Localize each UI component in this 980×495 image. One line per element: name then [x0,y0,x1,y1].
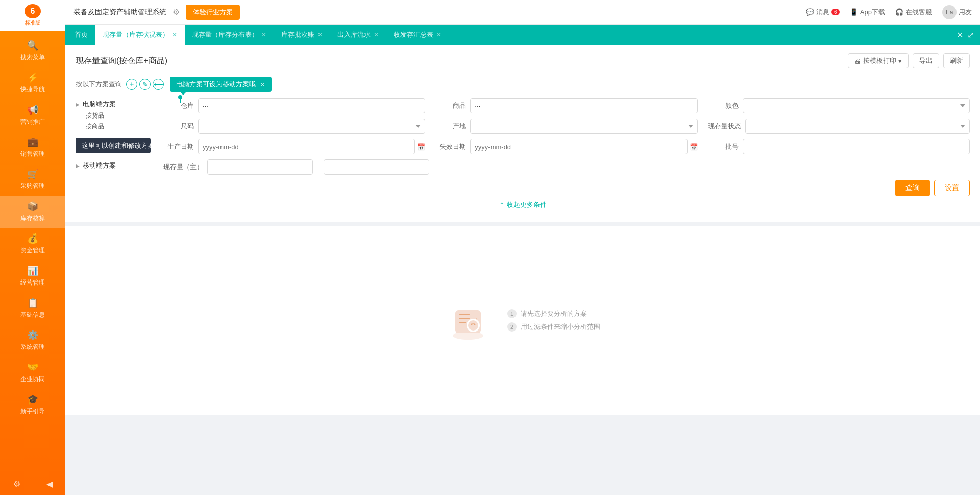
desktop-scheme-item[interactable]: ▶ 电脑端方案 [76,98,151,110]
produce-date-input[interactable] [198,139,415,154]
edit-scheme-button[interactable]: ✎ [139,79,151,90]
collapse-bar[interactable]: ⌃ 收起更多条件 [76,196,970,214]
search-button[interactable]: 查询 [895,180,930,196]
scheme-tree-mobile: ▶ 移动端方案 [76,159,151,172]
header-right: 💬 消息 6 📱 App下载 🎧 在线客服 Ea 用友 [806,5,972,19]
print-button[interactable]: 🖨 按模板打印 ▾ [848,53,909,68]
sidebar-item-label: 搜索菜单 [20,53,45,62]
sidebar-item-operation[interactable]: 📊 经营管理 [0,260,65,292]
export-button[interactable]: 导出 [913,53,939,68]
size-field: 尺码 [163,119,425,134]
scheme-by-goods[interactable]: 按货品 [86,110,151,121]
sidebar: 6 标准版 🔍 搜索菜单 ⚡ 快捷导航 📢 营销推广 💼 销售管理 🛒 采购管理… [0,0,65,495]
stock-status-label: 现存量状态 [708,122,741,131]
expire-date-calendar-icon[interactable]: 📅 [690,143,698,151]
logo-text: 标准版 [25,19,40,27]
scheme-panel: ▶ 电脑端方案 按货品 按商品 [76,98,157,196]
tab-home[interactable]: 首页 [67,25,95,45]
scheme-commodity-label: 按商品 [86,122,104,131]
sidebar-item-system[interactable]: ⚙️ 系统管理 [0,324,65,357]
tooltip-create-scheme: 这里可以创建和修改方案哦 ✕ [76,138,151,153]
tab-receive-summary[interactable]: 收发存汇总表 ✕ [386,25,449,45]
user-action[interactable]: Ea 用友 [942,5,972,19]
tab-inventory-dist[interactable]: 现存量（库存分布表） ✕ [185,25,274,45]
add-scheme-button[interactable]: ＋ [126,79,137,90]
tooltip2-container: 这里可以创建和修改方案哦 ✕ [76,138,151,153]
tab-bar-actions: ✕ ⤢ [957,30,978,40]
refresh-button[interactable]: 刷新 [943,53,970,68]
sidebar-item-label: 库存核算 [20,214,45,223]
page-content: 现存量查询(按仓库+商品) 🖨 按模板打印 ▾ 导出 刷新 按以下方案查询 [65,45,980,495]
goods-input[interactable]: ··· [470,98,697,113]
sidebar-item-enterprise[interactable]: 🤝 企业协同 [0,357,65,389]
tab-close-all-icon[interactable]: ✕ [957,30,963,40]
svg-point-6 [468,320,478,331]
marketing-icon: 📢 [27,104,38,115]
message-action[interactable]: 💬 消息 6 [806,8,840,17]
tooltip1-container: 电脑方案可设为移动方案哦 ✕ [170,77,272,92]
sidebar-item-guide[interactable]: 🎓 新手引导 [0,389,65,421]
mobile-scheme-arrow: ▶ [76,163,80,169]
sidebar-item-sales[interactable]: 💼 销售管理 [0,131,65,163]
tab-batch-account-label: 库存批次账 [281,30,314,39]
tab-close-batch-account[interactable]: ✕ [317,31,323,38]
tab-inout-flow[interactable]: 出入库流水 ✕ [330,25,386,45]
reset-button[interactable]: 设置 [934,180,970,196]
warehouse-input[interactable]: ··· [198,98,425,113]
tooltip1-close[interactable]: ✕ [260,81,265,88]
user-label: 用友 [959,8,972,17]
industry-button[interactable]: 体验行业方案 [186,5,240,20]
app-download-action[interactable]: 📱 App下载 [850,8,885,17]
tab-inventory-status[interactable]: 现存量（库存状况表） ✕ [95,25,185,45]
origin-select[interactable] [470,119,697,134]
sidebar-footer: ⚙ ◀ [0,473,65,495]
goods-label: 商品 [435,101,466,110]
back-scheme-button[interactable]: ⟵ [153,79,164,90]
origin-field: 产地 [435,119,697,134]
mobile-scheme-item[interactable]: ▶ 移动端方案 [76,159,151,172]
header-settings-icon[interactable]: ⚙ [173,7,180,17]
empty-illustration [445,297,491,343]
support-action[interactable]: 🎧 在线客服 [895,8,932,17]
sidebar-item-inventory[interactable]: 📦 库存核算 [0,196,65,228]
tab-close-inventory-dist[interactable]: ✕ [261,31,266,38]
tab-receive-summary-label: 收发存汇总表 [394,30,433,39]
color-select[interactable] [743,98,970,113]
tab-close-inout-flow[interactable]: ✕ [374,31,379,38]
batch-input[interactable] [743,139,970,154]
sidebar-item-marketing[interactable]: 📢 营销推广 [0,99,65,131]
tab-close-receive-summary[interactable]: ✕ [436,31,442,38]
tab-batch-account[interactable]: 库存批次账 ✕ [274,25,330,45]
size-select[interactable] [198,119,425,134]
stock-main-max[interactable] [324,159,429,175]
warehouse-field: 仓库 ··· [163,98,425,113]
filter-panel: 仓库 ··· 商品 ··· [163,98,970,196]
sidebar-item-search[interactable]: 🔍 搜索菜单 [0,35,65,67]
collapse-sidebar-icon[interactable]: ◀ [46,479,53,489]
tab-bar: 首页 现存量（库存状况表） ✕ 现存量（库存分布表） ✕ 库存批次账 ✕ 出入库… [65,25,980,45]
sidebar-item-label: 新手引导 [20,407,45,416]
stock-status-select[interactable] [745,119,970,134]
tooltip2-close[interactable]: ✕ [165,142,171,150]
stock-main-min[interactable] [207,159,313,175]
main-area: 装备及固定资产辅助管理系统 ⚙ 体验行业方案 💬 消息 6 📱 App下载 🎧 … [65,0,980,495]
produce-date-calendar-icon[interactable]: 📅 [417,143,425,151]
empty-state: 1 请先选择要分析的方案 2 用过滤条件来缩小分析范围 [65,256,980,384]
tab-close-inventory-status[interactable]: ✕ [172,31,177,38]
sidebar-nav: 🔍 搜索菜单 ⚡ 快捷导航 📢 营销推广 💼 销售管理 🛒 采购管理 📦 库存核… [0,31,65,473]
sidebar-item-basic[interactable]: 📋 基础信息 [0,292,65,324]
sidebar-item-label: 资金管理 [20,246,45,255]
scheme-by-commodity[interactable]: 按商品 [86,121,151,132]
stock-main-dash: — [315,163,322,171]
sidebar-item-purchase[interactable]: 🛒 采购管理 [0,163,65,196]
sidebar-item-label: 企业协同 [20,375,45,384]
batch-field: 批号 [708,139,970,154]
expire-date-input[interactable] [470,139,687,154]
empty-state-area: 1 请先选择要分析的方案 2 用过滤条件来缩小分析范围 [65,226,980,415]
empty-tip1: 1 请先选择要分析的方案 [507,309,600,318]
message-badge: 6 [831,9,840,15]
tab-maximize-icon[interactable]: ⤢ [967,30,974,40]
sidebar-item-quick[interactable]: ⚡ 快捷导航 [0,67,65,99]
sidebar-item-finance[interactable]: 💰 资金管理 [0,228,65,260]
settings-icon[interactable]: ⚙ [13,479,20,489]
